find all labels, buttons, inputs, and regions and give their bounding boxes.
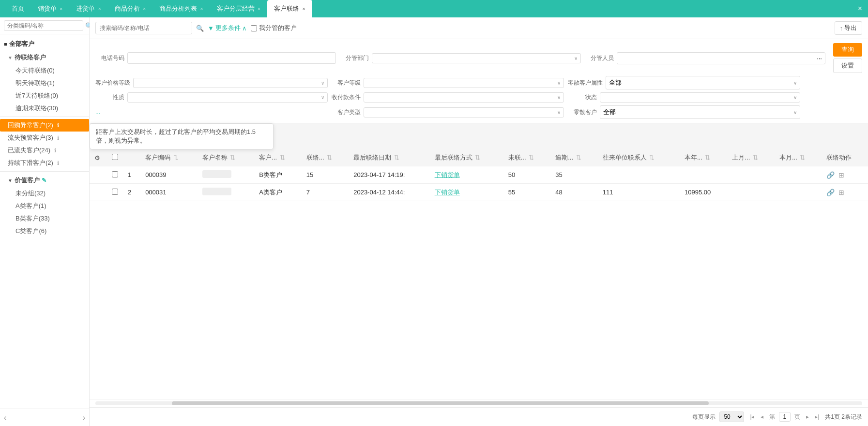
filter-customer-type-select[interactable]: ∨: [364, 107, 564, 118]
search-button[interactable]: 🔍: [196, 25, 204, 32]
current-page-input[interactable]: 1: [779, 412, 791, 422]
filter-dept-select[interactable]: ∨: [372, 53, 580, 63]
method-link[interactable]: 下销货单: [435, 171, 460, 178]
window-close-button[interactable]: ×: [858, 4, 862, 13]
value-group-label[interactable]: ▼ 价值客户 ✎: [4, 174, 89, 187]
filter-retail-customer-select[interactable]: 全部 ∨: [600, 105, 800, 119]
col-last-date[interactable]: 最后联络日期 ⇅: [349, 149, 430, 166]
nav-customer-tier[interactable]: 客户分层经营 ×: [210, 0, 267, 17]
col-contact[interactable]: 联络... ⇅: [302, 149, 349, 166]
prev-page-button[interactable]: ◂: [759, 412, 765, 421]
more-filter-link[interactable]: ...: [95, 109, 100, 116]
pending-group-label[interactable]: ▼ 待联络客户: [4, 51, 89, 64]
action-menu-icon[interactable]: ⊞: [838, 189, 844, 196]
filter-person: 分管人员 ···: [585, 52, 825, 64]
first-page-button[interactable]: |◂: [748, 412, 756, 421]
cell-checkbox[interactable]: [107, 184, 123, 201]
action-link-icon[interactable]: 🔗: [826, 171, 835, 179]
cell-checkbox[interactable]: [107, 166, 123, 184]
cell-name: [198, 184, 255, 201]
blurred-name: [202, 170, 231, 178]
col-this-month[interactable]: 本月... ⇅: [775, 149, 822, 166]
col-overdue[interactable]: 逾期... ⇅: [550, 149, 597, 166]
col-last-month[interactable]: 上月... ⇅: [727, 149, 774, 166]
nav-sales[interactable]: 销货单 ×: [31, 0, 69, 17]
sidebar-item-repurchase[interactable]: 回购异常客户(2) ℹ: [0, 119, 89, 132]
action-link-icon[interactable]: 🔗: [826, 189, 835, 196]
sidebar-item-c-class[interactable]: C类客户(6): [4, 225, 89, 237]
sidebar-all-customers[interactable]: ■ 全部客户: [0, 37, 89, 51]
value-edit-icon[interactable]: ✎: [42, 177, 46, 184]
sidebar-tree: ■ 全部客户 ▼ 待联络客户 今天待联络(0) 明天待联络(1) 近7天待联络(…: [0, 34, 89, 409]
per-page-select[interactable]: 50 100 200: [719, 411, 744, 422]
filter-nature-select[interactable]: ∨: [127, 92, 328, 103]
row-checkbox[interactable]: [112, 171, 118, 177]
last-page-button[interactable]: ▸|: [813, 412, 821, 421]
filter-person-select[interactable]: ···: [617, 52, 825, 64]
filter-more-btn: ...: [95, 109, 328, 116]
select-all-checkbox[interactable]: [112, 154, 118, 160]
search-input[interactable]: [95, 22, 192, 34]
col-contact-person[interactable]: 往来单位联系人 ⇅: [598, 149, 680, 166]
cell-overdue: 35: [550, 166, 597, 184]
sidebar-item-already-lost[interactable]: 已流失客户(24) ℹ: [0, 144, 89, 157]
sidebar-search-input[interactable]: [4, 20, 83, 31]
sidebar-item-7days[interactable]: 近7天待联络(0): [4, 89, 89, 102]
nav-customer-contact[interactable]: 客户联络 ×: [267, 0, 312, 17]
nav-purchase-close[interactable]: ×: [98, 6, 101, 12]
next-page-button[interactable]: ▸: [804, 412, 811, 421]
scroll-thumb[interactable]: [172, 401, 709, 405]
more-filter-button[interactable]: ▼ 更多条件 ∧: [208, 24, 247, 32]
filter-status-select[interactable]: ∨: [600, 92, 800, 103]
method-link[interactable]: 下销货单: [435, 189, 460, 196]
query-button[interactable]: 查询: [833, 43, 862, 57]
customer-type-arrow-icon: ∨: [557, 110, 561, 115]
table-area[interactable]: ⚙ 客户编码 ⇅ 客户名称 ⇅: [90, 149, 868, 399]
sidebar-item-a-class[interactable]: A类客户(1): [4, 200, 89, 212]
nav-product-analysis[interactable]: 商品分析 ×: [108, 0, 152, 17]
filter-retail-attr-select[interactable]: 全部 ∨: [606, 76, 800, 89]
col-customer-type[interactable]: 客户... ⇅: [254, 149, 301, 166]
sidebar-item-overdue[interactable]: 逾期未联络(30): [4, 102, 89, 115]
cell-last-month: [727, 166, 774, 184]
nav-sales-close[interactable]: ×: [60, 6, 62, 12]
nav-product-list-close[interactable]: ×: [200, 6, 203, 12]
retail-attr-arrow-icon: ∨: [793, 80, 797, 86]
col-name[interactable]: 客户名称 ⇅: [198, 149, 255, 166]
horizontal-scrollbar[interactable]: [95, 401, 862, 405]
filter-customer-level-select[interactable]: ∨: [364, 78, 564, 88]
nav-product-analysis-close[interactable]: ×: [143, 6, 146, 12]
my-customer-checkbox[interactable]: [251, 25, 257, 31]
nav-customer-contact-close[interactable]: ×: [302, 6, 305, 12]
nature-arrow-icon: ∨: [321, 95, 324, 100]
filter-payment-select[interactable]: ∨: [364, 92, 564, 103]
col-this-year[interactable]: 本年... ⇅: [680, 149, 727, 166]
nav-customer-tier-close[interactable]: ×: [258, 6, 260, 12]
nav-product-list[interactable]: 商品分析列表 ×: [152, 0, 210, 17]
col-index: [123, 149, 140, 166]
export-button[interactable]: ↑ 导出: [835, 21, 863, 35]
filter-phone-input[interactable]: [127, 52, 336, 64]
col-last-method[interactable]: 最后联络方式 ⇅: [430, 149, 503, 166]
nav-purchase[interactable]: 进货单 ×: [69, 0, 107, 17]
sidebar-item-tomorrow[interactable]: 明天待联络(1): [4, 77, 89, 89]
sidebar-scroll-right[interactable]: ›: [83, 413, 85, 422]
sidebar-item-today[interactable]: 今天待联络(0): [4, 64, 89, 77]
col-code[interactable]: 客户编码 ⇅: [140, 149, 198, 166]
sidebar-item-lost-warning[interactable]: 流失预警客户(3) ℹ: [0, 132, 89, 144]
settings-button[interactable]: 设置: [833, 59, 862, 73]
col-settings[interactable]: ⚙: [90, 149, 107, 166]
filter-price-level-select[interactable]: ∨: [133, 78, 328, 88]
sidebar-scroll-left[interactable]: ‹: [4, 413, 6, 422]
row-checkbox[interactable]: [112, 189, 118, 195]
sort-year-icon: ⇅: [705, 154, 710, 161]
sidebar-item-b-class[interactable]: B类客户(33): [4, 212, 89, 225]
col-unread[interactable]: 未联... ⇅: [503, 149, 550, 166]
cell-last-method[interactable]: 下销货单: [430, 184, 503, 201]
sidebar-item-unclassified[interactable]: 未分组(32): [4, 187, 89, 200]
nav-home[interactable]: 首页: [5, 0, 31, 17]
action-menu-icon[interactable]: ⊞: [838, 171, 844, 179]
cell-last-method[interactable]: 下销货单: [430, 166, 503, 184]
sidebar-item-declining[interactable]: 持续下滑客户(2) ℹ: [0, 157, 89, 169]
cell-contact: 15: [302, 166, 349, 184]
